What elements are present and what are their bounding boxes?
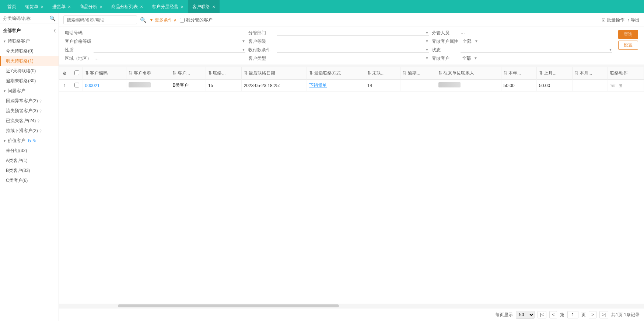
sidebar-item-overdue[interactable]: 逾期未联络(30) <box>0 76 59 86</box>
filter-customer-tier: 客户等级 ▼ <box>247 38 430 45</box>
horizontal-scrollbar[interactable] <box>59 304 644 308</box>
total-records: 共1页 1条记录 <box>611 312 640 318</box>
nav-home[interactable]: 首页 <box>3 0 21 13</box>
table-select-all-checkbox[interactable] <box>74 70 79 75</box>
filter-status: 状态 ▼ <box>430 47 614 53</box>
filter-status-select[interactable]: ▼ <box>461 48 612 53</box>
customer-code-link[interactable]: 000021 <box>85 83 100 88</box>
td-index: 1 <box>59 80 71 92</box>
close-product-analysis-icon[interactable]: ✕ <box>99 5 102 9</box>
sidebar-item-class-b[interactable]: B类客户(33) <box>0 166 59 176</box>
th-customer-type: ⇅ 客户... <box>170 67 206 80</box>
filter-retail-cust: 零散客户 全部 ▼ <box>430 55 614 62</box>
filter-dept-select[interactable]: ▼ <box>277 31 429 36</box>
close-product-analysis-list-icon[interactable]: ✕ <box>140 5 143 9</box>
sidebar-item-declining[interactable]: 持续下滑客户(2) ? <box>0 126 59 136</box>
last-page-button[interactable]: >| <box>599 311 608 318</box>
help-icon-3[interactable]: ? <box>39 129 42 133</box>
row-checkbox[interactable] <box>74 83 79 87</box>
customer-table-area: ⚙ ⇅ 客户编码 ⇅ 客户名称 <box>59 67 644 304</box>
more-conditions-button[interactable]: ▼ 更多条件 ∧ <box>149 17 177 23</box>
th-contact-count: ⇅ 联络... <box>206 67 242 80</box>
extended-filter: 电话号码 分管部门 ▼ <box>59 27 644 65</box>
price-tier-arrow-icon: ▼ <box>242 39 245 43</box>
filter-search-button[interactable]: 🔍 <box>140 17 146 23</box>
sidebar-item-today[interactable]: 今天待联络(0) <box>0 46 59 56</box>
sidebar-item-class-c[interactable]: C类客户(6) <box>0 176 59 186</box>
main-layout: 🔍 全部客户 《 待联络客户 今天待联络(0) 明天待联络(1) 近7天待联络(… <box>0 13 644 321</box>
filter-row-1: 电话号码 分管部门 ▼ <box>63 30 614 36</box>
th-action: 联络动作 <box>608 67 644 80</box>
sidebar-search-icon[interactable]: 🔍 <box>49 15 56 21</box>
nav-customer-tier[interactable]: 客户分层经营 ✕ <box>147 0 188 13</box>
close-customer-tier-icon[interactable]: ✕ <box>181 5 183 9</box>
td-last-contact-date: 2023-05-23 18:25: <box>241 80 307 92</box>
contact-method-link[interactable]: 下销货单 <box>309 83 327 88</box>
filter-retail-cust-label: 零散客户 <box>432 55 458 62</box>
refresh-icon[interactable]: ↻ <box>28 138 31 144</box>
per-page-select[interactable]: 50 100 200 <box>516 311 535 319</box>
filter-price-tier-select[interactable]: ▼ <box>94 39 245 44</box>
filter-retail-attr-select[interactable]: ▼ <box>475 39 543 44</box>
my-customers-checkbox[interactable] <box>180 18 185 23</box>
query-button[interactable]: 查询 <box>618 30 638 39</box>
nav-customer-contact[interactable]: 客户联络 ✕ <box>188 0 220 13</box>
sidebar-item-abnormal-repurchase[interactable]: 回购异常客户(2) ? <box>0 96 59 106</box>
batch-op-button[interactable]: ☑ 批量操作 <box>602 17 624 23</box>
filter-region-dots[interactable]: ··· <box>94 56 99 62</box>
prev-page-button[interactable]: < <box>549 311 557 318</box>
customer-tier-arrow-icon: ▼ <box>425 39 429 43</box>
top-navigation: 首页 销货单 ✕ 进货单 ✕ 商品分析 ✕ 商品分析列表 ✕ 客户分层经营 ✕ … <box>0 0 644 13</box>
scrollbar-thumb[interactable] <box>118 304 339 307</box>
my-customers-checkbox-label[interactable]: 我分管的客户 <box>180 17 213 23</box>
nav-sales-order[interactable]: 销货单 ✕ <box>21 0 48 13</box>
sidebar-group-pending: 待联络客户 <box>0 36 59 46</box>
filter-customer-tier-select[interactable]: ▼ <box>277 39 429 44</box>
export-button[interactable]: ↑ 导出 <box>627 17 640 23</box>
first-page-button[interactable]: |< <box>538 311 546 318</box>
action-grid-icon[interactable]: ⊞ <box>619 83 622 88</box>
sidebar-item-tomorrow[interactable]: 明天待联络(1) <box>0 56 59 66</box>
help-icon-1[interactable]: ? <box>39 109 42 113</box>
sidebar-item-class-a[interactable]: A类客户(1) <box>0 156 59 166</box>
sidebar-item-churned[interactable]: 已流失客户(24) ? <box>0 116 59 126</box>
status-arrow-icon: ▼ <box>609 48 612 52</box>
filter-payment-select[interactable]: ▼ <box>277 48 429 53</box>
filter-price-tier-label: 客户价格等级 <box>65 38 91 45</box>
set-button[interactable]: 设置 <box>618 41 638 50</box>
th-settings[interactable]: ⚙ <box>59 67 71 80</box>
all-customers-item[interactable]: 全部客户 《 <box>0 25 59 36</box>
sidebar-item-churn-warning[interactable]: 流失预警客户(3) ? <box>0 106 59 116</box>
filter-retail-cust-select[interactable]: ▼ <box>474 56 543 61</box>
td-this-month <box>572 80 608 92</box>
sidebar-item-7days[interactable]: 近7天待联络(0) <box>0 66 59 76</box>
sidebar-search-input[interactable] <box>3 16 48 21</box>
search-input[interactable] <box>63 15 137 24</box>
td-customer-type: B类客户 <box>170 80 206 92</box>
sidebar-item-ungrouped[interactable]: 未分组(32) <box>0 146 59 156</box>
action-phone-icon[interactable]: ☏ <box>610 83 616 88</box>
help-icon-0[interactable]: ? <box>39 99 42 103</box>
help-icon-2[interactable]: ? <box>37 119 39 123</box>
filter-nature-select[interactable]: ▼ <box>94 48 245 53</box>
edit-icon[interactable]: ✎ <box>33 138 36 144</box>
nav-purchase-order[interactable]: 进货单 ✕ <box>48 0 75 13</box>
action-icons: ☏ ⊞ <box>610 83 641 88</box>
nav-product-analysis-list[interactable]: 商品分析列表 ✕ <box>107 0 147 13</box>
filter-manager-dots[interactable]: ··· <box>461 30 465 36</box>
close-customer-contact-icon[interactable]: ✕ <box>212 5 215 9</box>
sidebar-group-value: ▼ 价值客户 ↻ ✎ <box>0 136 59 146</box>
filter-phone-input[interactable] <box>94 30 245 35</box>
close-purchase-order-icon[interactable]: ✕ <box>68 5 71 9</box>
settings-icon[interactable]: ⚙ <box>63 71 67 76</box>
th-contact-person: ⇅ 往来单位联系人 <box>436 67 501 80</box>
filter-retail-attr-label: 零散客户属性 <box>432 38 458 45</box>
filter-row-3: 性质 ▼ 收付款条件 ▼ <box>63 47 614 53</box>
page-input[interactable] <box>567 311 578 318</box>
close-sales-order-icon[interactable]: ✕ <box>41 5 43 9</box>
sort-icon-type: ⇅ <box>172 70 176 76</box>
table-row: 1 000021 B类客户 15 2023-05-23 18:25: <box>59 80 644 92</box>
nav-product-analysis[interactable]: 商品分析 ✕ <box>75 0 107 13</box>
filter-cust-type-select[interactable]: ▼ <box>277 56 429 61</box>
next-page-button[interactable]: > <box>589 311 596 318</box>
